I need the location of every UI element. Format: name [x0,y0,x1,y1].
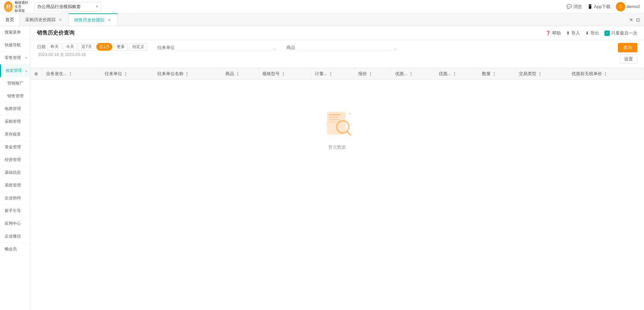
date-filter-row: 日期 昨天 今天 近7天 近1月 更多 自定义 [37,43,147,51]
sort-arrows-trade-type: ▲▼ [539,71,541,77]
date-btn-1month[interactable]: 近1月 [96,43,113,51]
close-all-tabs-button[interactable]: ✕ [629,17,633,22]
th-partner-name[interactable]: 往来单位名称 ▲▼ [154,68,222,80]
sidebar-item-app-center[interactable]: 应用中心 [0,217,30,230]
svg-rect-3 [329,119,339,120]
date-label: 日期 [37,44,46,50]
table-header-row: ⚙ 业务发生... ▲▼ 往来单位 ▲▼ 往来单位名称 ▲▼ [30,68,644,80]
th-partner-code[interactable]: 往来单位 ▲▼ [101,68,154,80]
sidebar-item-finance[interactable]: 资金管理 [0,141,30,154]
sidebar-item-inventory[interactable]: 库存核算 [0,128,30,141]
tab-purchase-close[interactable]: ✕ [58,17,63,22]
th-spec[interactable]: 规格型号 ▲▼ [259,68,312,80]
th-unit[interactable]: 计量... ▲▼ [311,68,355,80]
tab-purchase-history[interactable]: 采购历史价跟踪 ✕ [20,13,69,26]
date-buttons: 昨天 今天 近7天 近1月 更多 自定义 [48,43,147,51]
query-button[interactable]: 查询 [618,43,637,52]
logo-area: 好 畅捷通好生意 标准版 [4,1,31,13]
th-discount2[interactable]: 优惠... ▲▼ [435,68,478,80]
page-title-row: 销售历史价查询 ❓ 帮助 ⬆ 导入 ⬇ 导出 ✓ [37,30,637,37]
tab-sales-close[interactable]: ✕ [107,17,112,23]
sidebar-item-marketing[interactable]: 营销推广 [0,77,30,90]
partner-input[interactable] [177,44,271,51]
th-spec-label: 规格型号 [262,71,280,76]
sidebar-item-ecommerce[interactable]: 电商管理 [0,103,30,115]
import-button[interactable]: ⬆ 导入 [566,30,580,36]
maximize-button[interactable]: ⊡ [636,17,640,22]
sidebar-item-enterprise-wechat[interactable]: 企业微信 [0,230,30,243]
th-qty[interactable]: 数量 ▲▼ [478,68,515,80]
product-filter-group: 商品 ... [286,43,397,51]
settings-button[interactable]: 设置 [620,54,637,64]
help-button[interactable]: ❓ 帮助 [545,30,561,36]
top-bar-right: 💬 消息 📱 App下载 D demo2 [567,2,640,11]
date-btn-custom[interactable]: 自定义 [129,43,147,51]
th-pretax-price[interactable]: 优惠前无税单价 ▲▼ [568,68,644,80]
empty-state: ✦ ✦ 暂元数据 [30,80,644,177]
user-menu[interactable]: D demo2 [616,2,640,11]
export-button[interactable]: ⬇ 导出 [585,30,599,36]
empty-illustration: ✦ ✦ [319,107,356,140]
tab-bar-actions: ✕ ⊡ [625,13,644,26]
sidebar-item-ops[interactable]: 经营管理 [0,154,30,166]
th-quote[interactable]: 报价 ▲▼ [355,68,392,80]
sidebar-item-quick-nav[interactable]: 快捷导航 [0,39,30,52]
gear-icon[interactable]: ⚙ [34,71,38,76]
sidebar-item-retail[interactable]: 零售管理 ▾ [0,52,30,64]
date-btn-today[interactable]: 今天 [63,43,77,51]
table-body: ✦ ✦ 暂元数据 [30,80,644,177]
message-button[interactable]: 💬 消息 [567,4,582,10]
chevron-down-icon: ▾ [96,4,98,9]
svg-rect-4 [329,121,335,122]
product-input[interactable] [297,44,391,51]
tab-purchase-label: 采购历史价跟踪 [25,17,56,23]
logo-icon: 好 [4,1,13,12]
data-table: ⚙ 业务发生... ▲▼ 往来单位 ▲▼ 往来单位名称 ▲▼ [30,68,644,177]
sort-arrows-spec: ▲▼ [282,71,285,77]
sidebar-item-search-menu[interactable]: 搜索菜单 [0,26,30,39]
top-bar: 好 畅捷通好生意 标准版 办公用品行业模拟账套 ▾ 💬 消息 📱 App下载 D… [0,0,644,13]
date-btn-more[interactable]: 更多 [114,43,128,51]
sort-arrows-partner-code: ▲▼ [124,71,127,77]
svg-rect-2 [329,117,338,118]
sidebar-item-member[interactable]: 畅会员 [0,243,30,256]
th-quote-label: 报价 [358,71,367,76]
only-last-checkbox[interactable]: ✓ 只看最后一次 [604,30,637,36]
th-qty-label: 数量 [482,71,491,76]
sidebar: 搜索菜单 快捷导航 零售管理 ▾ 批发管理 ▴ 营销推广 销售管理 电商管理 采… [0,26,30,310]
sidebar-item-purchase[interactable]: 采购管理 [0,115,30,128]
sidebar-item-sales-mgmt[interactable]: 销售管理 [0,90,30,103]
th-product[interactable]: 商品 ▲▼ [222,68,259,80]
page-actions: ❓ 帮助 ⬆ 导入 ⬇ 导出 ✓ 只看最后一次 [545,30,637,36]
chevron-up-icon: ▴ [25,69,27,72]
date-btn-yesterday[interactable]: 昨天 [48,43,62,51]
sidebar-item-system[interactable]: 系统管理 [0,179,30,192]
tab-home[interactable]: 首页 [0,13,20,26]
tab-sales-history[interactable]: 销售历史价跟踪 ✕ [69,13,118,26]
sidebar-item-wholesale[interactable]: 批发管理 ▴ [0,64,30,77]
breadcrumb-select[interactable]: 办公用品行业模拟账套 ▾ [34,2,101,11]
th-discount1-label: 优惠... [395,71,408,76]
sort-arrows-quote: ▲▼ [369,71,372,77]
sidebar-item-newbie[interactable]: 新手引导 [0,205,30,217]
sidebar-item-enterprise-collab[interactable]: 企业协同 [0,192,30,205]
filter-section: 日期 昨天 今天 近7天 近1月 更多 自定义 2023-02-18 至 202… [30,40,644,68]
th-discount1[interactable]: 优惠... ▲▼ [392,68,435,80]
th-partner-code-label: 往来单位 [105,71,122,76]
app-download-button[interactable]: 📱 App下载 [587,4,610,10]
product-label: 商品 [286,45,295,51]
avatar: D [616,2,625,11]
th-gear[interactable]: ⚙ [30,68,42,80]
th-biz-date[interactable]: 业务发生... ▲▼ [42,68,101,80]
empty-row: ✦ ✦ 暂元数据 [30,80,644,177]
main-layout: 搜索菜单 快捷导航 零售管理 ▾ 批发管理 ▴ 营销推广 销售管理 电商管理 采… [0,26,644,310]
sidebar-item-basic-info[interactable]: 基础信息 [0,166,30,179]
sort-arrows-partner-name: ▲▼ [186,71,189,77]
filter-top-row: 日期 昨天 今天 近7天 近1月 更多 自定义 2023-02-18 至 202… [37,43,637,64]
app-icon: 📱 [587,4,593,9]
th-trade-type[interactable]: 交易类型 ▲▼ [516,68,568,80]
date-range-text: 2023-02-18 至 2023-03-18 [37,52,147,58]
date-btn-7days[interactable]: 近7天 [78,43,95,51]
table-container: ⚙ 业务发生... ▲▼ 往来单位 ▲▼ 往来单位名称 ▲▼ [30,68,644,310]
partner-label: 往来单位 [157,45,175,51]
